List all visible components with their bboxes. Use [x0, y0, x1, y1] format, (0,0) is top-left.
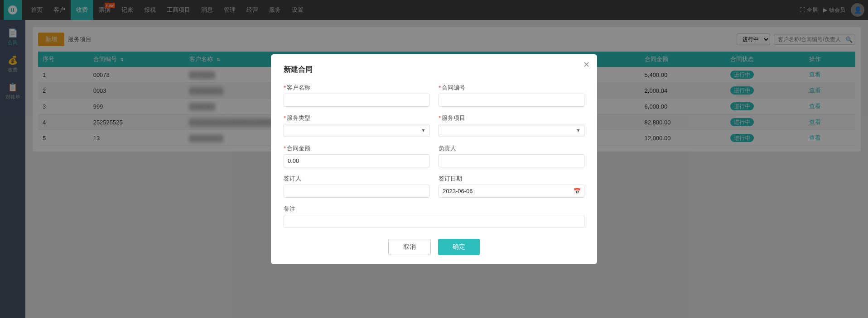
field-contract-amount: * 合同金额	[284, 144, 429, 167]
confirm-button[interactable]: 确定	[438, 239, 480, 255]
service-item-select[interactable]	[439, 124, 584, 137]
field-sign-date: 签订日期 📅	[439, 175, 584, 198]
contract-no-label: * 合同编号	[439, 84, 584, 92]
field-customer-name: * 客户名称	[284, 84, 429, 107]
contract-amount-input[interactable]	[284, 154, 429, 167]
modal-close-button[interactable]: ✕	[583, 61, 590, 69]
field-contract-no: * 合同编号	[439, 84, 584, 107]
modal-footer: 取消 确定	[284, 239, 584, 255]
service-item-select-wrap: ▼	[439, 124, 584, 137]
customer-name-label: * 客户名称	[284, 84, 429, 92]
field-responsible: 负责人	[439, 144, 584, 167]
form-grid: * 客户名称 * 合同编号 * 服务类型	[284, 84, 584, 228]
contract-no-input[interactable]	[439, 94, 584, 107]
sign-date-label: 签订日期	[439, 175, 584, 183]
cancel-button[interactable]: 取消	[388, 239, 431, 255]
responsible-label: 负责人	[439, 144, 584, 152]
field-signer: 签订人	[284, 175, 429, 198]
field-service-item: * 服务项目 ▼	[439, 114, 584, 137]
remark-label: 备注	[284, 205, 584, 213]
service-item-label: * 服务项目	[439, 114, 584, 122]
signer-label: 签订人	[284, 175, 429, 183]
responsible-input[interactable]	[439, 154, 584, 167]
field-service-type: * 服务类型 ▼	[284, 114, 429, 137]
sign-date-wrap: 📅	[439, 185, 584, 198]
signer-input[interactable]	[284, 185, 429, 198]
modal-title: 新建合同	[284, 65, 584, 75]
field-remark: 备注	[284, 205, 584, 228]
sign-date-input[interactable]	[439, 185, 584, 198]
service-type-label: * 服务类型	[284, 114, 429, 122]
customer-name-input[interactable]	[284, 94, 429, 107]
modal-overlay: ✕ 新建合同 * 客户名称 * 合同编号 *	[0, 0, 868, 318]
remark-input[interactable]	[284, 215, 584, 228]
create-contract-modal: ✕ 新建合同 * 客户名称 * 合同编号 *	[271, 54, 597, 264]
service-type-select[interactable]	[284, 124, 429, 137]
contract-amount-label: * 合同金额	[284, 144, 429, 152]
service-type-select-wrap: ▼	[284, 124, 429, 137]
